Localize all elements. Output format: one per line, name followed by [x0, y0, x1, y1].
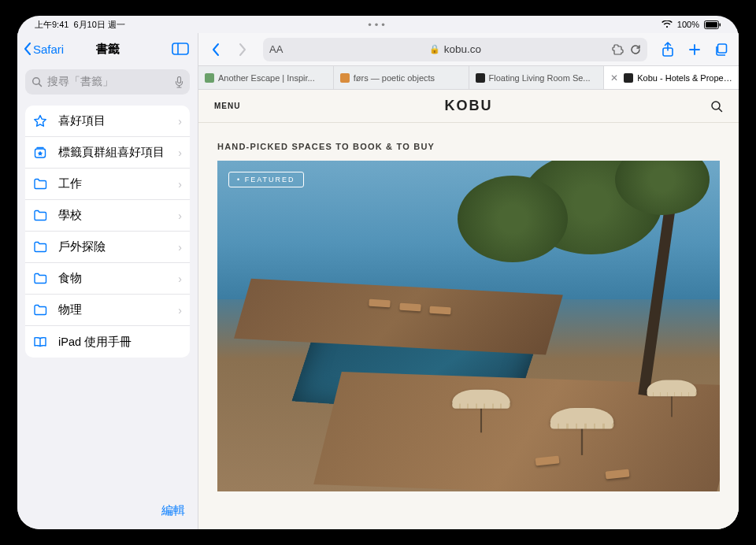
tab-title: Floating Living Room Se...: [489, 73, 591, 83]
bookmark-row[interactable]: 戶外探險›: [25, 232, 190, 263]
bookmark-row[interactable]: 喜好項目›: [25, 106, 190, 137]
battery-percent: 100%: [677, 20, 699, 29]
chevron-right-icon: ›: [178, 146, 182, 159]
page-search-button[interactable]: [710, 100, 723, 113]
bookmark-label: 物理: [58, 302, 178, 317]
bookmark-row[interactable]: 工作›: [25, 169, 190, 200]
back-label: Safari: [33, 43, 64, 56]
new-tab-button[interactable]: [684, 39, 706, 61]
star-icon: [33, 114, 52, 128]
page-menu-button[interactable]: MENU: [214, 102, 240, 110]
favicon-icon: [205, 73, 214, 83]
tabs-row: Another Escape | Inspir...førs — poetic …: [198, 66, 739, 90]
status-time: 上午9:41: [35, 19, 69, 31]
folder-icon: [33, 178, 52, 190]
nav-forward-button: [232, 39, 254, 61]
svg-rect-7: [178, 76, 181, 83]
refresh-button[interactable]: [630, 44, 641, 55]
bookmark-label: 工作: [58, 176, 178, 191]
tab-title: Kobu - Hotels & Propert...: [637, 73, 732, 83]
bookmark-label: 戶外探險: [58, 239, 178, 254]
bookmark-row[interactable]: iPad 使用手冊: [25, 326, 190, 358]
search-icon: [32, 76, 43, 87]
url-bar[interactable]: AA 🔒 kobu.co: [263, 38, 647, 61]
mic-icon[interactable]: [175, 76, 183, 88]
page-tagline: HAND-PICKED SPACES TO BOOK & TO BUY: [198, 123, 739, 161]
status-bar: 上午9:41 6月10日 週一 ••• 100%: [17, 16, 739, 33]
svg-rect-3: [172, 43, 188, 54]
page-settings-button[interactable]: AA: [269, 43, 283, 55]
stack-star-icon: [33, 146, 52, 160]
lock-icon: 🔒: [429, 44, 440, 54]
bookmark-search-input[interactable]: 搜尋「書籤」: [25, 69, 190, 95]
svg-rect-11: [718, 44, 727, 53]
browser-tab[interactable]: førs — poetic objects: [334, 66, 469, 89]
multitask-dots[interactable]: •••: [368, 19, 388, 31]
bookmarks-sidebar: Safari 書籤 搜尋「書籤」: [17, 33, 198, 529]
svg-line-13: [719, 109, 722, 112]
nav-back-button[interactable]: [205, 39, 227, 61]
bookmark-row[interactable]: 食物›: [25, 263, 190, 295]
browser-toolbar: AA 🔒 kobu.co: [198, 33, 739, 66]
url-text: kobu.co: [444, 43, 481, 55]
bookmark-row[interactable]: 學校›: [25, 200, 190, 232]
browser-tab[interactable]: Floating Living Room Se...: [469, 66, 605, 89]
bookmark-row[interactable]: 標籤頁群組喜好項目›: [25, 137, 190, 169]
bookmark-label: 標籤頁群組喜好項目: [58, 145, 178, 160]
chevron-right-icon: ›: [178, 178, 182, 191]
tab-title: Another Escape | Inspir...: [218, 73, 315, 83]
bookmark-list: 喜好項目›標籤頁群組喜好項目›工作›學校›戶外探險›食物›物理›iPad 使用手…: [25, 106, 190, 358]
hero-image[interactable]: • FEATURED: [217, 161, 720, 491]
favicon-icon: [340, 73, 350, 83]
svg-rect-1: [706, 22, 717, 28]
folder-icon: [33, 272, 52, 284]
bookmark-label: 食物: [58, 271, 178, 286]
chevron-right-icon: ›: [178, 272, 182, 285]
tabs-overview-button[interactable]: [710, 39, 732, 61]
chevron-right-icon: ›: [178, 241, 182, 254]
search-placeholder: 搜尋「書籤」: [47, 75, 170, 89]
svg-line-6: [39, 83, 41, 86]
webpage[interactable]: MENU KOBU HAND-PICKED SPACES TO BOOK & T…: [198, 90, 739, 529]
browser-tab[interactable]: ✕Kobu - Hotels & Propert...: [604, 66, 739, 89]
extensions-button[interactable]: [612, 43, 624, 55]
battery-icon: [704, 20, 721, 29]
status-date: 6月10日 週一: [73, 19, 124, 31]
close-tab-icon[interactable]: ✕: [610, 72, 618, 83]
page-header: MENU KOBU: [198, 90, 739, 123]
featured-badge: • FEATURED: [228, 172, 304, 187]
chevron-right-icon: ›: [178, 209, 182, 222]
sidebar-title: 書籤: [96, 42, 120, 57]
chevron-right-icon: ›: [178, 115, 182, 128]
chevron-right-icon: ›: [178, 304, 182, 317]
bookmark-label: 喜好項目: [58, 113, 178, 128]
favicon-icon: [476, 73, 485, 83]
bookmark-label: iPad 使用手冊: [58, 335, 182, 350]
edit-button[interactable]: 編輯: [161, 503, 185, 517]
favicon-icon: [624, 73, 633, 83]
page-brand-logo[interactable]: KOBU: [445, 98, 493, 114]
folder-icon: [33, 209, 52, 221]
browser-content: AA 🔒 kobu.co: [198, 33, 739, 529]
svg-rect-2: [720, 23, 721, 26]
folder-icon: [33, 304, 52, 316]
wifi-icon: [662, 20, 673, 28]
book-icon: [33, 336, 52, 348]
bookmark-row[interactable]: 物理›: [25, 295, 190, 326]
browser-tab[interactable]: Another Escape | Inspir...: [198, 66, 334, 89]
folder-icon: [33, 241, 52, 253]
tab-title: førs — poetic objects: [354, 73, 435, 83]
back-to-safari-button[interactable]: Safari: [24, 43, 64, 56]
bookmark-label: 學校: [58, 208, 178, 223]
sidebar-toggle-button[interactable]: [169, 39, 191, 58]
share-button[interactable]: [657, 39, 679, 61]
